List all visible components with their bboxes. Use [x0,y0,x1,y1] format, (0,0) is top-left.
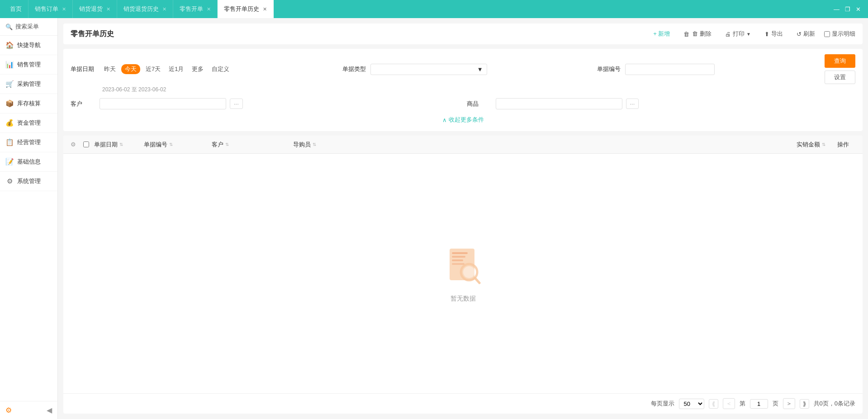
first-page-btn[interactable]: ⟪ [709,399,718,409]
restore-btn[interactable]: ❐ [845,6,850,13]
goods-filter-field: 商品 ··· [467,98,639,109]
more-btn[interactable]: 更多 [189,64,206,74]
delete-button[interactable]: 🗑 🗑 删除 [679,28,716,40]
date-range-display: 2023-06-02 至 2023-06-02 [102,86,855,94]
col-guide[interactable]: 导购员 ⇅ [291,141,337,149]
print-button[interactable]: 🖨 打印 ▼ [721,28,755,40]
customer-ellipsis-btn[interactable]: ··· [230,99,243,109]
window-controls: — ❐ ✕ [834,6,864,13]
close-tab-return[interactable]: ✕ [106,6,110,12]
tab-sales-order[interactable]: 销售订单 ✕ [28,0,73,18]
col-date-label: 单据日期 [94,141,118,149]
query-button[interactable]: 查询 [825,54,855,68]
close-tab-return-history[interactable]: ✕ [162,6,166,12]
date-label: 单据日期 [71,65,96,73]
tab-return[interactable]: 销货退货 ✕ [73,0,117,18]
table-settings-icon[interactable]: ⚙ [67,141,80,148]
shortcuts-icon: 🏠 [5,41,14,49]
select-all-checkbox-col[interactable] [80,141,92,147]
date-shortcuts: 昨天 今天 近7天 近1月 更多 自定义 [101,64,232,74]
col-guide-sort-icon: ⇅ [313,142,316,147]
top-tab-bar: 首页 销售订单 ✕ 销货退货 ✕ 销货退货历史 ✕ 零售开单 ✕ 零售开单历史 … [0,0,868,18]
display-detail-label[interactable]: 显示明细 [824,30,855,38]
sidebar-item-management[interactable]: 📋 经营管理 [0,133,57,152]
settings-button[interactable]: 设置 [825,71,855,84]
prev-page-btn[interactable]: ＜ [723,398,735,409]
yesterday-btn[interactable]: 昨天 [101,64,119,74]
sidebar-item-sales[interactable]: 📊 销售管理 [0,55,57,75]
display-detail-checkbox[interactable] [824,31,830,37]
select-all-checkbox[interactable] [83,141,89,147]
page-size-select[interactable]: 50 100 200 [679,399,704,409]
page-input[interactable] [750,399,768,409]
close-tab-retail[interactable]: ✕ [207,6,211,12]
tab-retail-history[interactable]: 零售开单历史 ✕ [218,0,274,18]
customer-input[interactable] [100,98,226,109]
svg-line-7 [475,278,479,283]
type-select-arrow: ▼ [477,66,483,73]
col-customer[interactable]: 客户 ⇅ [210,141,291,149]
num-input[interactable] [625,64,715,75]
export-button[interactable]: ⬆ 导出 [760,28,787,40]
col-ops-label: 操作 [837,141,849,149]
empty-text: 暂无数据 [451,295,476,303]
minimize-btn[interactable]: — [834,6,840,13]
sidebar-search[interactable]: 🔍 搜索采单 [0,18,57,36]
table-header: ⚙ 单据日期 ⇅ 单据编号 ⇅ 客户 ⇅ 导购员 ⇅ [63,136,863,154]
management-icon: 📋 [5,138,14,146]
collapse-more-btn[interactable]: ∧ 收起更多条件 [71,114,855,126]
type-label: 单据类型 [342,65,368,73]
last-page-btn[interactable]: ⟫ [800,399,809,409]
sidebar-item-shortcuts[interactable]: 🏠 快捷导航 [0,36,57,55]
col-num-label: 单据编号 [144,141,167,149]
tab-retail[interactable]: 零售开单 ✕ [173,0,218,18]
close-btn[interactable]: ✕ [856,6,861,13]
sidebar-item-purchase[interactable]: 🛒 采购管理 [0,75,57,94]
sidebar-item-finance[interactable]: 💰 资金管理 [0,113,57,133]
sidebar-item-basic-info[interactable]: 📝 基础信息 [0,152,57,172]
goods-input[interactable] [496,98,622,109]
page-header: 零售开单历史 + 新增 🗑 🗑 删除 🖨 打印 ▼ ⬆ 导出 ↺ [63,24,863,44]
sidebar-item-inventory[interactable]: 📦 库存核算 [0,94,57,113]
sidebar-collapse-icon[interactable]: ◀ [47,406,52,414]
next-page-btn[interactable]: ＞ [783,398,795,409]
col-date-sort-icon: ⇅ [119,142,123,147]
refresh-icon: ↺ [797,31,802,38]
col-amount[interactable]: 实销金额 ⇅ [782,141,827,149]
svg-point-6 [463,266,475,278]
col-customer-label: 客户 [212,141,223,149]
col-num-sort-icon: ⇅ [169,142,173,147]
empty-state: 暂无数据 [63,154,863,393]
col-date[interactable]: 单据日期 ⇅ [92,141,142,149]
toolbar: + 新增 🗑 🗑 删除 🖨 打印 ▼ ⬆ 导出 ↺ 刷新 [649,28,855,40]
custom-btn[interactable]: 自定义 [209,64,232,74]
export-icon: ⬆ [764,31,769,38]
type-select[interactable]: ▼ [370,64,487,75]
svg-rect-2 [452,256,465,258]
num-label: 单据编号 [597,65,622,73]
svg-rect-3 [452,259,463,261]
today-btn[interactable]: 今天 [121,64,140,74]
col-num[interactable]: 单据编号 ⇅ [142,141,210,149]
page-label-2: 页 [773,400,778,408]
svg-rect-4 [452,263,465,265]
filter-row-2: 客户 ··· 商品 ··· [71,98,855,109]
close-tab-sales-order[interactable]: ✕ [62,6,66,12]
print-icon: 🖨 [725,31,731,38]
print-dropdown-icon: ▼ [746,32,751,37]
sidebar-bottom: ⚙ ◀ [0,401,57,419]
add-button[interactable]: + 新增 [649,28,674,40]
sidebar-item-system[interactable]: ⚙ 系统管理 [0,172,57,191]
last7days-btn[interactable]: 近7天 [143,64,163,74]
tab-home[interactable]: 首页 [4,0,28,18]
tab-return-history[interactable]: 销货退货历史 ✕ [117,0,173,18]
num-filter-field: 单据编号 [597,64,715,75]
sidebar-settings-icon[interactable]: ⚙ [5,406,12,414]
col-customer-sort-icon: ⇅ [225,142,229,147]
delete-icon: 🗑 [683,31,689,38]
last1month-btn[interactable]: 近1月 [166,64,186,74]
goods-ellipsis-btn[interactable]: ··· [626,99,639,109]
close-tab-retail-history[interactable]: ✕ [263,6,267,12]
refresh-button[interactable]: ↺ 刷新 [792,28,820,40]
filter-area: 单据日期 昨天 今天 近7天 近1月 更多 自定义 单据类型 ▼ [63,49,863,131]
